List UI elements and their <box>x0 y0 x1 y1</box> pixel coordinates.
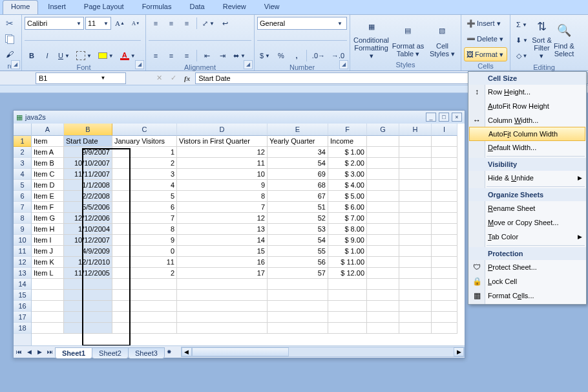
align-left-button[interactable]: ≡ <box>149 49 163 63</box>
cell[interactable]: Item D <box>32 180 64 191</box>
format-painter-button[interactable] <box>3 47 17 61</box>
column-header-G[interactable]: G <box>367 124 399 136</box>
cell[interactable]: 14 <box>177 235 268 246</box>
cell[interactable]: Yearly Quarter <box>268 136 328 147</box>
cell[interactable] <box>112 279 177 290</box>
increase-indent-button[interactable]: ⇥ <box>215 49 229 63</box>
fill-color-button[interactable]: ▼ <box>96 49 116 63</box>
dialog-launcher-clipboard[interactable]: ◢ <box>11 60 20 69</box>
row-header-3[interactable]: 3 <box>14 158 31 169</box>
cell[interactable]: 0 <box>112 246 177 257</box>
cell[interactable] <box>432 136 457 147</box>
menu-move-copy-sheet[interactable]: Move or Copy Sheet... <box>468 215 586 230</box>
prev-sheet-button[interactable]: ◀ <box>24 347 34 357</box>
cell[interactable] <box>268 301 328 312</box>
row-header-8[interactable]: 8 <box>14 213 31 224</box>
number-format-combo[interactable]: ▼ <box>257 17 347 30</box>
column-header-H[interactable]: H <box>399 124 432 136</box>
cell[interactable]: $ 9.00 <box>328 235 367 246</box>
cell[interactable] <box>399 180 432 191</box>
minimize-button[interactable]: _ <box>426 113 436 122</box>
menu-column-width[interactable]: ↔Column Width... <box>468 113 586 127</box>
cell[interactable]: Item E <box>32 191 64 202</box>
cell[interactable] <box>64 290 112 301</box>
cell[interactable]: 67 <box>268 191 328 202</box>
cell[interactable]: Item G <box>32 213 64 224</box>
cell[interactable] <box>432 301 457 312</box>
cell[interactable] <box>432 180 457 191</box>
cell[interactable] <box>432 147 457 158</box>
fx-icon[interactable]: fx <box>184 74 190 82</box>
column-header-I[interactable]: I <box>432 124 457 136</box>
clear-button[interactable]: ◇▼ <box>513 49 530 63</box>
cell[interactable] <box>432 290 457 301</box>
name-box[interactable]: B1▼ <box>36 72 126 84</box>
menu-autofit-row-height[interactable]: AutoFit Row Height <box>468 99 586 113</box>
column-header-E[interactable]: E <box>268 124 328 136</box>
cell[interactable]: 3 <box>112 169 177 180</box>
select-all-corner[interactable] <box>14 124 31 136</box>
cell[interactable]: $ 11.00 <box>328 257 367 268</box>
cell[interactable] <box>177 279 268 290</box>
cell-styles-button[interactable]: ▧Cell Styles ▾ <box>426 16 458 60</box>
row-header-6[interactable]: 6 <box>14 191 31 202</box>
cell[interactable]: 12/12/2006 <box>64 213 112 224</box>
row-header-12[interactable]: 12 <box>14 257 31 268</box>
conditional-formatting-button[interactable]: ▦Conditional Formatting ▾ <box>353 16 390 60</box>
cell[interactable] <box>367 246 399 257</box>
cell[interactable] <box>367 301 399 312</box>
cell[interactable]: 8 <box>177 191 268 202</box>
cell[interactable] <box>64 312 112 323</box>
cell[interactable]: $ 7.00 <box>328 213 367 224</box>
row-header-18[interactable]: 18 <box>14 323 31 334</box>
font-name-combo[interactable]: ▼ <box>25 17 84 30</box>
cell[interactable] <box>367 191 399 202</box>
cell[interactable] <box>399 224 432 235</box>
cell[interactable]: Item L <box>32 268 64 279</box>
cell[interactable]: 68 <box>268 180 328 191</box>
cell[interactable] <box>399 301 432 312</box>
cell[interactable]: 15 <box>177 246 268 257</box>
cell[interactable]: Item B <box>32 158 64 169</box>
cell[interactable]: $ 1.00 <box>328 246 367 257</box>
cell[interactable]: 12 <box>177 147 268 158</box>
row-header-11[interactable]: 11 <box>14 246 31 257</box>
tab-view[interactable]: View <box>256 0 288 14</box>
cell[interactable]: Item J <box>32 246 64 257</box>
cell[interactable]: 54 <box>268 235 328 246</box>
cell[interactable] <box>112 323 177 334</box>
orientation-button[interactable]: ⤢▼ <box>200 16 217 30</box>
row-header-4[interactable]: 4 <box>14 169 31 180</box>
accounting-button[interactable]: $▼ <box>257 49 273 63</box>
number-format-input[interactable] <box>258 17 335 29</box>
cell[interactable]: 12 <box>177 213 268 224</box>
cell[interactable]: $ 1.00 <box>328 147 367 158</box>
cell[interactable]: 1 <box>112 147 177 158</box>
comma-button[interactable]: , <box>289 49 304 63</box>
cell[interactable]: 9/9/2007 <box>64 147 112 158</box>
cell[interactable] <box>432 246 457 257</box>
align-top-button[interactable]: ≡ <box>149 16 163 30</box>
cell[interactable]: 13 <box>177 224 268 235</box>
menu-hide-unhide[interactable]: Hide & Unhide▶ <box>468 171 586 185</box>
cell[interactable]: Income <box>328 136 367 147</box>
cell[interactable]: 17 <box>177 268 268 279</box>
column-header-D[interactable]: D <box>177 124 268 136</box>
cell[interactable] <box>328 323 367 334</box>
cell[interactable]: 7 <box>177 202 268 213</box>
cell[interactable] <box>367 235 399 246</box>
cell[interactable]: Item I <box>32 235 64 246</box>
cell[interactable]: 12/1/2010 <box>64 257 112 268</box>
insert-button[interactable]: ➕ Insert ▾ <box>464 16 507 30</box>
enter-formula-button[interactable]: ✓ <box>166 72 180 84</box>
sheet-tab-2[interactable]: Sheet2 <box>92 347 129 358</box>
column-header-A[interactable]: A <box>32 124 64 136</box>
cell[interactable]: $ 3.00 <box>328 169 367 180</box>
cell[interactable] <box>328 290 367 301</box>
cell[interactable]: $ 2.00 <box>328 158 367 169</box>
cell[interactable]: Item C <box>32 169 64 180</box>
sort-filter-button[interactable]: ⇅Sort & Filter ▾ <box>530 16 553 60</box>
dialog-launcher-font[interactable]: ◢ <box>135 60 144 69</box>
cell[interactable] <box>399 169 432 180</box>
cell[interactable]: 6 <box>112 202 177 213</box>
